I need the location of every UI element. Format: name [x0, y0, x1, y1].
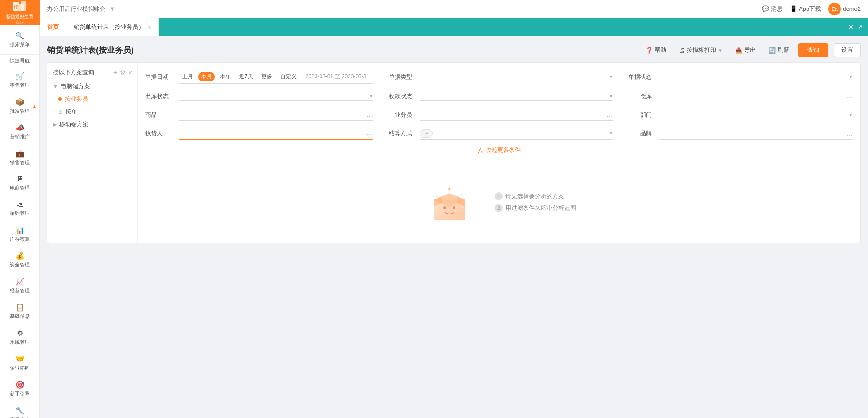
corp-icon: 🤝 [15, 355, 24, 363]
doc-type-chevron[interactable]: ▼ [609, 74, 613, 79]
sidebar-item-retail[interactable]: 🛒 零售管理 [0, 67, 39, 93]
settle-method-label: 结算方式 [381, 129, 412, 138]
settings-button[interactable]: 设置 [834, 43, 861, 57]
sidebar-label-finance: 资金管理 [10, 261, 30, 268]
tree-section-desktop: ▼ 电脑端方案 按业务员 ⊞ 按单 [47, 80, 137, 118]
sidebar-item-purchase[interactable]: 🛍 采购管理 [0, 196, 39, 221]
tree-expand-mobile[interactable]: ▶ 移动端方案 [47, 118, 137, 131]
basic-icon: 📋 [15, 303, 24, 312]
add-scheme-btn[interactable]: + [113, 69, 117, 76]
svg-rect-2 [21, 1, 26, 11]
search-menu-item[interactable]: 🔍 搜索菜单 [0, 29, 39, 51]
product-field[interactable]: … [179, 109, 373, 121]
out-status-chevron[interactable]: ▼ [369, 94, 373, 99]
collect-status-chevron[interactable]: ▼ [609, 94, 613, 99]
message-btn[interactable]: 💬 消息 [762, 5, 783, 13]
warehouse-dots[interactable]: … [846, 92, 853, 100]
collect-status-field[interactable]: ▼ [420, 92, 613, 101]
account-label: 办公用品行业模拟账套 [47, 5, 106, 13]
refresh-label: 刷新 [778, 46, 789, 54]
collapse-panel-btn[interactable]: « [128, 69, 132, 76]
sidebar-label-appstore: 应用中心 [10, 416, 30, 418]
recipient-dots[interactable]: … [366, 129, 373, 137]
sidebar-item-system[interactable]: ⚙ 系统管理 [0, 324, 39, 350]
finance-icon: 💰 [15, 252, 24, 260]
filter-row-3: 商品 … 业务员 … 部门 ▼ [145, 109, 853, 121]
tab-home[interactable]: 首页 [40, 18, 66, 36]
sidebar-item-ecommerce[interactable]: 🖥 电商管理 [0, 171, 39, 196]
sidebar-item-sales[interactable]: 💼 销售管理 [0, 145, 39, 171]
brand-dots[interactable]: … [846, 129, 853, 138]
collapse-row: ⋀ 收起更多条件 [145, 146, 853, 154]
recipient-field[interactable]: … [179, 127, 373, 140]
settle-tag-clear[interactable]: × [425, 130, 429, 137]
doc-type-field[interactable]: ▼ [420, 72, 613, 81]
account-dropdown-icon[interactable]: ▼ [109, 5, 115, 12]
refresh-btn[interactable]: 🔄 刷新 [765, 44, 793, 56]
sidebar-item-inventory[interactable]: 📊 库存核算 [0, 221, 39, 247]
dept-label: 部门 [620, 111, 652, 119]
print-btn[interactable]: 🖨 按模板打印 ▼ [675, 44, 726, 56]
date-custom[interactable]: 自定义 [278, 72, 299, 81]
salesperson-label: 业务员 [381, 111, 412, 119]
date-more[interactable]: 更多 [259, 72, 275, 81]
warehouse-field[interactable]: … [659, 90, 853, 102]
sidebar: 好 畅捷通好生意 标版 🔍 搜索菜单 快捷导航 🛒 零售管理 📦 批发管理 ▲ … [0, 0, 40, 418]
date-this-month[interactable]: 本月 [198, 72, 215, 81]
date-7days[interactable]: 近7天 [236, 72, 256, 81]
sidebar-item-finance[interactable]: 💰 资金管理 [0, 247, 39, 273]
tab-sales-stat[interactable]: 销货单统计表（按业务员） × [66, 18, 159, 36]
tab-close-all-btn[interactable]: × [849, 23, 853, 31]
doc-status-field[interactable]: ▼ [659, 72, 853, 81]
query-button[interactable]: 查询 [798, 43, 828, 57]
help-btn[interactable]: ❓ 帮助 [642, 44, 670, 56]
sidebar-item-wholesale[interactable]: 📦 批发管理 ▲ [0, 93, 39, 119]
sidebar-nav: 🛒 零售管理 📦 批发管理 ▲ 📣 营销推广 💼 销售管理 🖥 电商管理 🛍 采… [0, 67, 39, 418]
sidebar-item-appstore[interactable]: 🔧 应用中心 [0, 402, 39, 418]
date-last-month[interactable]: 上月 [179, 72, 196, 81]
dept-chevron[interactable]: ▼ [849, 112, 853, 117]
hint-text-2: 用过滤条件来缩小分析范围 [505, 204, 576, 212]
export-label: 导出 [744, 46, 756, 54]
download-btn[interactable]: 📱 App下载 [790, 5, 821, 13]
sidebar-item-basic[interactable]: 📋 基础信息 [0, 299, 39, 324]
tree-item-by-order[interactable]: ⊞ 按单 [47, 105, 137, 118]
user-menu[interactable]: Ea demo2 [828, 3, 861, 15]
collapse-label: 收起更多条件 [486, 146, 521, 154]
sidebar-item-corp[interactable]: 🤝 企业协同 [0, 350, 39, 376]
shortcut-nav[interactable]: 快捷导航 [0, 55, 39, 67]
app-version: 标版 [16, 20, 24, 26]
hint-text-1: 请先选择要分析的方案 [505, 192, 564, 200]
sidebar-item-newbie[interactable]: 🎯 新手引导 [0, 376, 39, 402]
topbar: 办公用品行业模拟账套 ▼ 💬 消息 📱 App下载 Ea demo2 [40, 0, 868, 18]
refresh-icon: 🔄 [769, 47, 776, 54]
settle-method-chevron[interactable]: ▼ [609, 131, 613, 136]
tree-item-by-salesperson[interactable]: 按业务员 [47, 93, 137, 105]
search-section: 🔍 搜索菜单 [0, 25, 39, 55]
tree-order-label: 按单 [66, 108, 77, 116]
logo-icon: 好 [12, 0, 28, 13]
export-btn[interactable]: 📤 导出 [731, 44, 760, 56]
tab-close-icon[interactable]: × [148, 24, 151, 30]
sidebar-item-operation[interactable]: 📈 经营管理 [0, 273, 39, 299]
salesperson-field[interactable]: … [420, 109, 613, 121]
collapse-btn[interactable]: ⋀ 收起更多条件 [478, 146, 521, 154]
scheme-settings-btn[interactable]: ⚙ [120, 69, 126, 76]
date-this-year[interactable]: 本年 [217, 72, 234, 81]
retail-icon: 🛒 [15, 72, 24, 81]
tree-expand-desktop[interactable]: ▼ 电脑端方案 [47, 80, 137, 93]
product-dots[interactable]: … [366, 110, 373, 119]
tab-expand-btn[interactable]: ⤢ [857, 23, 863, 32]
brand-label: 品牌 [620, 129, 652, 138]
page-header: 销货单统计表(按业务员) ❓ 帮助 🖨 按模板打印 ▼ 📤 导出 🔄 刷新 [47, 43, 861, 57]
print-dropdown-icon: ▼ [718, 48, 722, 53]
doc-status-chevron[interactable]: ▼ [849, 74, 853, 79]
out-status-field[interactable]: ▼ [179, 92, 373, 101]
tree-item-order-icon: ⊞ [58, 109, 63, 115]
ecommerce-icon: 🖥 [16, 175, 24, 183]
sidebar-item-marketing[interactable]: 📣 营销推广 [0, 119, 39, 145]
brand-field[interactable]: … [659, 128, 853, 140]
dept-field[interactable]: ▼ [659, 110, 853, 119]
salesperson-dots[interactable]: … [606, 110, 613, 119]
empty-illustration: ✦ ✦ ✦ [422, 180, 476, 225]
